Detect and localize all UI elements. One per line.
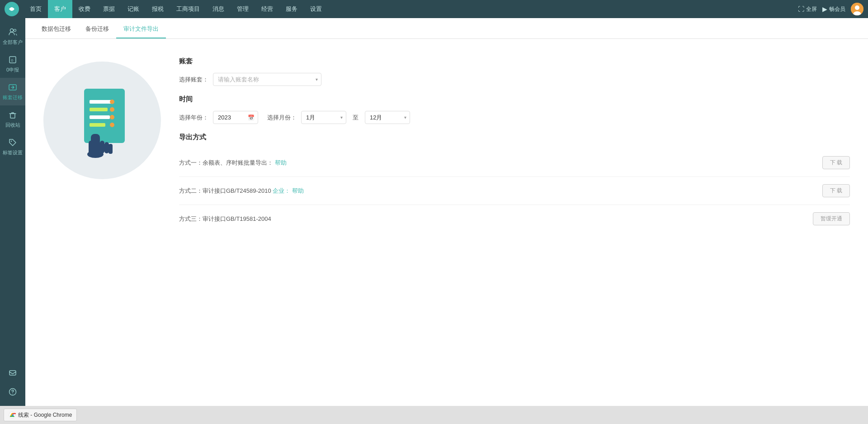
svg-rect-25 (89, 141, 94, 154)
sidebar-label-trash: 回收站 (5, 122, 20, 129)
svg-rect-9 (10, 114, 15, 118)
sidebar-label-zero-declare: 0申报 (6, 67, 19, 73)
tag-icon (8, 138, 18, 148)
svg-rect-27 (104, 142, 109, 153)
account-section-title: 账套 (179, 57, 850, 66)
svg-point-10 (11, 141, 12, 142)
sidebar-item-message-bottom[interactable] (0, 363, 25, 382)
export-section: 导出方式 方式一：余额表、序时账批量导出： 帮助 下 载 方式二：审计接口GB/… (179, 133, 850, 233)
migration-icon (8, 82, 18, 92)
account-input-wrap: ▾ (213, 73, 321, 86)
sidebar-label-all-customers: 全部客户 (3, 39, 23, 46)
form-area: 账套 选择账套： ▾ 时间 选择年份： (179, 52, 850, 392)
message-icon (8, 368, 18, 378)
sidebar-item-trash[interactable]: 回收站 (0, 105, 25, 133)
sidebar-label-tag-settings: 标签设置 (3, 149, 23, 156)
tab-backup-migration[interactable]: 备份迁移 (78, 20, 116, 38)
trash-icon (8, 110, 18, 120)
export-method-2-help[interactable]: 帮助 (292, 187, 304, 194)
sidebar-item-help[interactable] (0, 382, 25, 401)
export-method-2-label: 方式二：审计接口GB/T24589-2010 企业： 帮助 (179, 187, 818, 195)
account-input[interactable] (213, 73, 321, 86)
vip-label: 畅会员 (829, 5, 845, 13)
export-method-2: 方式二：审计接口GB/T24589-2010 企业： 帮助 下 载 (179, 177, 850, 205)
nav-tax[interactable]: 报税 (146, 0, 170, 18)
taskbar-chrome-label: 线索 - Google Chrome (18, 411, 72, 419)
users-icon (8, 27, 18, 37)
vip-btn[interactable]: ▶ 畅会员 (822, 5, 845, 13)
nav-fee[interactable]: 收费 (72, 0, 97, 18)
illustration-circle (43, 62, 161, 179)
export-method-3: 方式三：审计接口GB/T19581-2004 暂缓开通 (179, 205, 850, 233)
app-logo[interactable] (5, 2, 19, 16)
nav-operation[interactable]: 经营 (255, 0, 279, 18)
nav-business[interactable]: 工商项目 (170, 0, 206, 18)
export-method-3-btn[interactable]: 暂缓开通 (813, 212, 850, 225)
taskbar: 线索 - Google Chrome (0, 406, 868, 424)
export-method-1-help[interactable]: 帮助 (275, 159, 287, 166)
export-method-2-company: 企业： (273, 187, 290, 194)
svg-text:0: 0 (11, 58, 14, 62)
account-select-label: 选择账套： (179, 76, 208, 84)
svg-point-2 (855, 5, 859, 10)
svg-point-22 (110, 123, 114, 127)
start-month-select[interactable]: 1月2月3月4月 5月6月7月8月 9月10月11月12月 (301, 111, 346, 124)
sidebar-item-zero-declare[interactable]: 0 0申报 (0, 50, 25, 78)
tab-data-migration[interactable]: 数据包迁移 (34, 20, 78, 38)
export-method-1-btn[interactable]: 下 载 (822, 156, 850, 169)
nav-service[interactable]: 服务 (279, 0, 304, 18)
nav-manage[interactable]: 管理 (231, 0, 255, 18)
svg-rect-18 (90, 123, 105, 127)
fullscreen-btn[interactable]: ⛶ 全屏 (798, 5, 817, 13)
sidebar-item-tag-settings[interactable]: 标签设置 (0, 133, 25, 161)
tab-audit-export[interactable]: 审计文件导出 (116, 20, 166, 38)
svg-point-21 (110, 115, 114, 119)
left-sidebar: 全部客户 0 0申报 账套迁移 (0, 18, 25, 406)
sidebar-label-migration: 账套迁移 (3, 94, 23, 101)
nav-bookkeeping[interactable]: 记账 (121, 0, 146, 18)
svg-point-5 (14, 29, 16, 32)
top-nav-right: ⛶ 全屏 ▶ 畅会员 (798, 3, 863, 15)
export-method-2-btn[interactable]: 下 载 (822, 184, 850, 197)
account-form-row: 选择账套： ▾ (179, 73, 850, 86)
page-content: 账套 选择账套： ▾ 时间 选择年份： (25, 39, 868, 406)
end-month-select[interactable]: 1月2月3月4月 5月6月7月8月 9月10月11月12月 (365, 111, 410, 124)
illustration-area (43, 52, 161, 392)
taskbar-chrome-item[interactable]: 线索 - Google Chrome (4, 409, 77, 421)
sidebar-bottom (0, 363, 25, 406)
svg-rect-15 (90, 100, 112, 104)
nav-settings[interactable]: 设置 (304, 0, 328, 18)
sidebar-item-all-customers[interactable]: 全部客户 (0, 23, 25, 50)
time-section: 时间 选择年份： 📅 选择月份： 1月2月3月4月 5月6月7月8月 (179, 95, 850, 124)
zero-declare-icon: 0 (8, 55, 18, 65)
end-month-wrap: 1月2月3月4月 5月6月7月8月 9月10月11月12月 ▾ (365, 111, 410, 124)
fullscreen-label: 全屏 (806, 5, 817, 13)
time-form-row: 选择年份： 📅 选择月份： 1月2月3月4月 5月6月7月8月 9月10月11月… (179, 111, 850, 124)
nav-message[interactable]: 消息 (206, 0, 231, 18)
fullscreen-icon: ⛶ (798, 5, 804, 13)
vip-icon: ▶ (822, 5, 827, 13)
year-input[interactable] (213, 111, 258, 124)
nav-customer[interactable]: 客户 (48, 0, 72, 18)
svg-rect-16 (90, 108, 108, 111)
export-section-title: 导出方式 (179, 133, 850, 142)
nav-invoice[interactable]: 票据 (97, 0, 121, 18)
svg-rect-26 (100, 141, 104, 153)
export-method-1: 方式一：余额表、序时账批量导出： 帮助 下 载 (179, 149, 850, 177)
year-input-wrap: 📅 (213, 111, 258, 124)
avatar[interactable] (851, 3, 863, 15)
top-nav-items: 首页 客户 收费 票据 记账 报税 工商项目 消息 管理 经营 服务 设置 (24, 0, 798, 18)
svg-rect-17 (90, 115, 110, 119)
sidebar-item-migration[interactable]: 账套迁移 (0, 78, 25, 105)
account-section: 账套 选择账套： ▾ (179, 57, 850, 86)
nav-home[interactable]: 首页 (24, 0, 48, 18)
svg-rect-28 (108, 144, 113, 154)
export-method-1-label: 方式一：余额表、序时账批量导出： 帮助 (179, 159, 818, 167)
svg-point-4 (10, 29, 14, 32)
help-icon (8, 387, 18, 397)
start-month-wrap: 1月2月3月4月 5月6月7月8月 9月10月11月12月 ▾ (301, 111, 346, 124)
month-select-label: 选择月份： (267, 114, 297, 122)
main-layout: 全部客户 0 0申报 账套迁移 (0, 18, 868, 406)
to-separator: 至 (351, 114, 360, 122)
content-area: 数据包迁移 备份迁移 审计文件导出 (25, 18, 868, 406)
